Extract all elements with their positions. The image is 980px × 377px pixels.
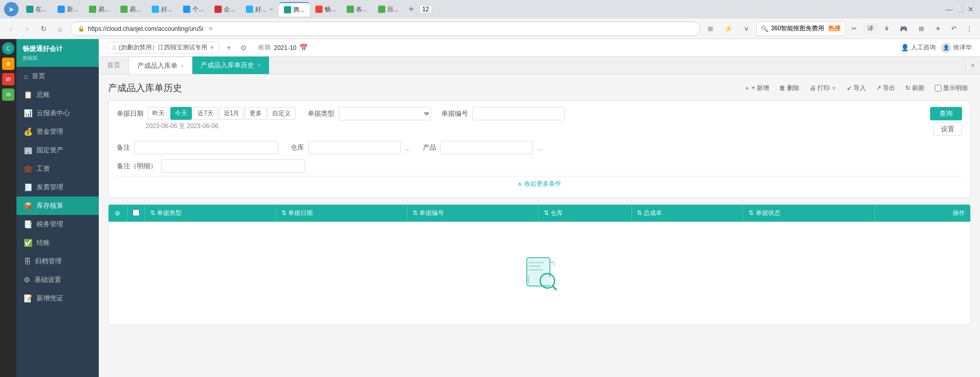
col-warehouse[interactable]: ⇅ 仓库 bbox=[538, 205, 631, 222]
scissors-button[interactable]: ✂ bbox=[848, 24, 860, 33]
lightning-button[interactable]: ⚡ bbox=[720, 24, 737, 33]
more-button[interactable]: ⋮ bbox=[963, 24, 976, 33]
app-icon-mail[interactable]: ✉ bbox=[2, 88, 14, 101]
company-selector[interactable]: ⚠ (勿删勿禁用）江西颐宝测试专用 ▼ bbox=[107, 42, 219, 53]
refresh-page-button[interactable]: ↻ 刷新 bbox=[902, 83, 928, 94]
product-ellipsis[interactable]: ... bbox=[537, 144, 543, 152]
tab-history[interactable]: 产成品入库单历史 × bbox=[192, 57, 269, 74]
tab-t11[interactable]: 各... bbox=[342, 2, 372, 16]
export-button[interactable]: ↗ 导出 bbox=[873, 83, 898, 94]
sidebar-item-tax[interactable]: 📑 税务管理 bbox=[16, 215, 99, 234]
theme-button[interactable]: ☀ bbox=[931, 24, 945, 33]
grid-button[interactable]: ⊞ bbox=[915, 24, 928, 33]
calendar-icon[interactable]: 📅 bbox=[299, 44, 308, 51]
add-company-btn[interactable]: + bbox=[224, 43, 233, 52]
date-more[interactable]: 更多 bbox=[245, 107, 266, 120]
date-1month[interactable]: 近1月 bbox=[219, 107, 244, 120]
query-button[interactable]: 查询 bbox=[930, 107, 962, 120]
tab-list[interactable]: 产成品入库单 × bbox=[129, 57, 192, 74]
col-total-cost[interactable]: ⇅ 总成本 bbox=[631, 205, 743, 222]
setting-filter-button[interactable]: 设置 bbox=[933, 122, 962, 136]
sidebar-item-new-bill[interactable]: 📝 新增凭证 bbox=[16, 289, 99, 308]
tab-t9[interactable]: 腾... bbox=[279, 2, 310, 16]
sidebar-item-archive[interactable]: 🗄 归档管理 bbox=[16, 252, 99, 271]
settings-btn[interactable]: ⚙ bbox=[238, 44, 249, 52]
app-icon-weibo[interactable]: W bbox=[2, 73, 14, 85]
bill-type-select[interactable] bbox=[338, 107, 431, 120]
add-button[interactable]: ＋ + 新增 bbox=[741, 83, 772, 94]
tab-t8-close[interactable]: × bbox=[270, 6, 273, 12]
forward-button[interactable]: › bbox=[21, 22, 34, 35]
tab-history-close[interactable]: × bbox=[257, 62, 260, 68]
sidebar-item-fund[interactable]: 💰 资金管理 bbox=[16, 122, 99, 141]
currency-button[interactable]: ¥ bbox=[881, 24, 893, 33]
delete-button[interactable]: 🗑 删除 bbox=[776, 83, 803, 94]
tab-t5[interactable]: 好... bbox=[147, 2, 177, 16]
home-button[interactable]: ⌂ bbox=[54, 22, 67, 35]
detail-remark-input[interactable] bbox=[161, 159, 305, 173]
panel-close-button[interactable]: × bbox=[965, 58, 980, 73]
tab-t10[interactable]: 畅... bbox=[310, 2, 341, 16]
print-button[interactable]: 🖨 打印 ▼ bbox=[807, 83, 840, 94]
app-icon-star[interactable]: ★ bbox=[2, 58, 14, 70]
tab-t4[interactable]: 易... bbox=[115, 2, 146, 16]
company-name: (勿删勿禁用）江西颐宝测试专用 bbox=[119, 43, 207, 52]
sidebar-item-inventory[interactable]: 📦 库存核算 bbox=[16, 196, 99, 215]
minimize-button[interactable]: — bbox=[944, 4, 954, 14]
date-today[interactable]: 今天 bbox=[170, 107, 192, 120]
refresh-button[interactable]: ↻ bbox=[37, 22, 50, 35]
url-bar[interactable]: 🔒 https://cloud.chanjet.com/accounting/u… bbox=[70, 22, 701, 36]
tab-list-close[interactable]: × bbox=[181, 63, 184, 69]
tab-t1[interactable]: 在... bbox=[21, 2, 52, 16]
collapse-bar[interactable]: ∧ 收起更多条件 bbox=[117, 176, 962, 191]
game-button[interactable]: 🎮 bbox=[896, 24, 912, 33]
tab-t12[interactable]: 目... bbox=[373, 2, 404, 16]
date-custom[interactable]: 自定义 bbox=[268, 107, 295, 120]
sidebar-item-home[interactable]: ⌂ 首页 bbox=[16, 67, 99, 85]
display-detail-input[interactable] bbox=[935, 85, 941, 92]
sidebar-item-ledger[interactable]: 📋 总账 bbox=[16, 85, 99, 104]
breadcrumb[interactable]: 首页 bbox=[99, 57, 129, 74]
search-box[interactable]: 🔍 360智能抠图免费用 热搜 bbox=[756, 22, 845, 36]
date-7days[interactable]: 近7天 bbox=[193, 107, 218, 120]
select-all-checkbox[interactable] bbox=[133, 209, 139, 216]
date-yesterday[interactable]: 昨天 bbox=[148, 107, 169, 120]
remark-input[interactable] bbox=[134, 141, 278, 154]
extensions-button[interactable]: ⊞ bbox=[704, 24, 717, 33]
sidebar-item-checkout[interactable]: ✅ 结账 bbox=[16, 234, 99, 252]
col-bill-status[interactable]: ⇅ 单据状态 bbox=[743, 205, 875, 222]
tab-t8[interactable]: 好... × bbox=[241, 2, 278, 16]
import-button[interactable]: ↙ 导入 bbox=[844, 83, 869, 94]
tab-t7[interactable]: 企... bbox=[209, 2, 240, 16]
sidebar-item-invoice[interactable]: 🧾 发票管理 bbox=[16, 178, 99, 196]
service-button[interactable]: 👤 人工咨询 bbox=[901, 43, 936, 52]
col-gear[interactable]: ⚙ bbox=[109, 205, 127, 222]
translate-button[interactable]: 译 bbox=[863, 23, 878, 34]
tab-t2[interactable]: 新... bbox=[52, 2, 83, 16]
user-section[interactable]: 👤 徐泽华 bbox=[941, 43, 972, 53]
tab-t3[interactable]: 易... bbox=[84, 2, 115, 16]
sidebar-item-basic[interactable]: ⚙ 基础设置 bbox=[16, 271, 99, 289]
menu-button[interactable]: ∨ bbox=[740, 24, 753, 33]
warehouse-ellipsis[interactable]: ... bbox=[405, 144, 411, 152]
product-input[interactable] bbox=[440, 141, 533, 154]
app-icon-main[interactable]: C bbox=[2, 42, 14, 55]
close-window-button[interactable]: ✕ bbox=[966, 4, 976, 14]
sidebar-item-cloud-report[interactable]: 📊 云报表中心 bbox=[16, 104, 99, 122]
sidebar-item-fixed-assets[interactable]: 🏢 固定资产 bbox=[16, 141, 99, 159]
tab-add-button[interactable]: + bbox=[404, 2, 419, 16]
col-bill-type[interactable]: ⇅ 单据类型 bbox=[145, 205, 276, 222]
tab-t6[interactable]: 个... bbox=[178, 2, 209, 16]
remark-label: 备注 bbox=[117, 143, 130, 152]
undo-button[interactable]: ↶ bbox=[948, 24, 960, 33]
back-button[interactable]: ‹ bbox=[4, 22, 17, 35]
restore-button[interactable]: ⬜ bbox=[955, 4, 965, 14]
display-detail-checkbox[interactable]: 显示明细 bbox=[932, 83, 971, 94]
sidebar-item-payroll[interactable]: 💼 工资 bbox=[16, 159, 99, 178]
warehouse-input[interactable] bbox=[308, 141, 401, 154]
col-bill-date[interactable]: ⇅ 单据日期 bbox=[276, 205, 407, 222]
bill-no-input[interactable] bbox=[472, 107, 565, 120]
browser-back-circle[interactable]: ➤ bbox=[4, 2, 19, 16]
col-bill-no[interactable]: ⇅ 单据编号 bbox=[407, 205, 538, 222]
col-checkbox[interactable] bbox=[127, 205, 145, 222]
